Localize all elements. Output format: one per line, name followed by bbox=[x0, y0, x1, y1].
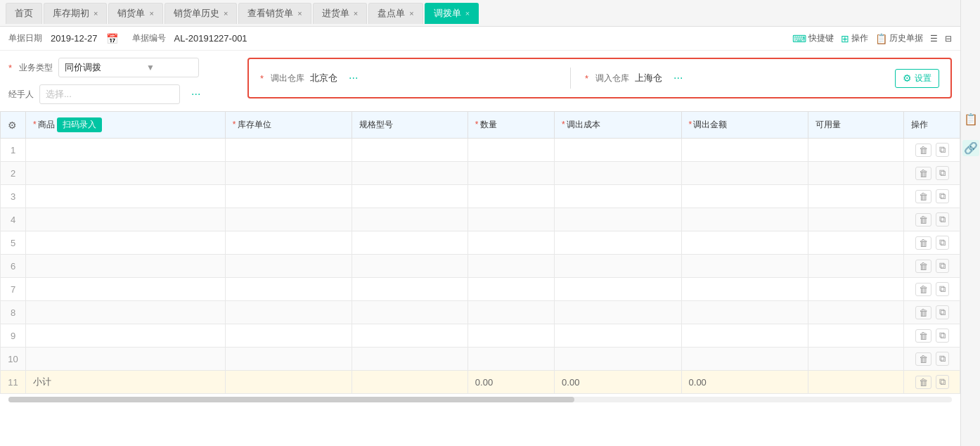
cell-spec[interactable] bbox=[352, 324, 468, 348]
cell-amount[interactable]: 0.00 bbox=[681, 371, 808, 394]
cell-product[interactable] bbox=[26, 255, 226, 278]
copy-row-button[interactable]: ⧉ bbox=[936, 352, 949, 366]
tab-stocktake[interactable]: 盘点单 × bbox=[368, 3, 423, 24]
cell-unit[interactable] bbox=[225, 278, 352, 301]
tab-inventory-init-close[interactable]: × bbox=[94, 9, 98, 18]
cell-cost[interactable] bbox=[555, 185, 681, 208]
cell-qty[interactable] bbox=[468, 208, 554, 231]
cell-spec[interactable] bbox=[352, 162, 468, 185]
delete-row-button[interactable]: 🗑 bbox=[915, 213, 931, 227]
cell-cost[interactable] bbox=[555, 278, 681, 301]
delete-row-button[interactable]: 🗑 bbox=[915, 306, 931, 319]
handler-more-btn[interactable]: ··· bbox=[191, 88, 200, 101]
delete-row-button[interactable]: 🗑 bbox=[915, 352, 931, 366]
cell-product[interactable] bbox=[26, 231, 226, 255]
cell-product[interactable] bbox=[26, 139, 226, 162]
cell-cost[interactable] bbox=[555, 255, 681, 278]
copy-row-button[interactable]: ⧉ bbox=[936, 166, 949, 180]
tab-home[interactable]: 首页 bbox=[6, 3, 42, 24]
cell-unit[interactable] bbox=[225, 348, 352, 371]
settings-button[interactable]: ⚙ 设置 bbox=[895, 69, 939, 88]
copy-row-button[interactable]: ⧉ bbox=[936, 189, 949, 203]
cell-qty[interactable] bbox=[468, 324, 554, 348]
dropdown-arrow-icon[interactable]: ▼ bbox=[146, 63, 155, 72]
cell-unit[interactable] bbox=[225, 231, 352, 255]
cell-available[interactable] bbox=[808, 348, 904, 371]
cell-qty[interactable] bbox=[468, 162, 554, 185]
delete-row-button[interactable]: 🗑 bbox=[915, 144, 931, 157]
history-btn[interactable]: 📋 历史单据 bbox=[875, 32, 923, 44]
cell-amount[interactable] bbox=[681, 231, 808, 255]
cell-amount[interactable] bbox=[681, 348, 808, 371]
tab-sales-order[interactable]: 销货单 × bbox=[108, 3, 162, 24]
cell-product[interactable] bbox=[26, 162, 226, 185]
copy-row-button[interactable]: ⧉ bbox=[936, 212, 949, 227]
cell-available[interactable] bbox=[808, 231, 904, 255]
cell-amount[interactable] bbox=[681, 324, 808, 348]
cell-product[interactable] bbox=[26, 185, 226, 208]
cell-available[interactable] bbox=[808, 185, 904, 208]
tab-sales-history-close[interactable]: × bbox=[224, 9, 228, 18]
cell-qty[interactable] bbox=[468, 139, 554, 162]
operations-btn[interactable]: ⊞ 操作 bbox=[841, 32, 868, 44]
delete-row-button[interactable]: 🗑 bbox=[915, 167, 931, 180]
cell-qty[interactable] bbox=[468, 278, 554, 301]
in-warehouse-value[interactable]: 上海仓 bbox=[635, 72, 662, 84]
delete-row-button[interactable]: 🗑 bbox=[915, 260, 931, 273]
sidebar-notes-icon[interactable]: 📋 bbox=[964, 113, 978, 126]
cell-spec[interactable] bbox=[352, 255, 468, 278]
cell-spec[interactable] bbox=[352, 231, 468, 255]
layout-btn1[interactable]: ☰ bbox=[930, 34, 938, 44]
cell-amount[interactable] bbox=[681, 255, 808, 278]
cell-unit[interactable] bbox=[225, 301, 352, 324]
cell-unit[interactable] bbox=[225, 255, 352, 278]
cell-available[interactable] bbox=[808, 162, 904, 185]
cell-product[interactable] bbox=[26, 301, 226, 324]
cell-spec[interactable] bbox=[352, 301, 468, 324]
cell-qty[interactable]: 0.00 bbox=[468, 371, 554, 394]
copy-row-button[interactable]: ⧉ bbox=[936, 329, 949, 343]
cell-qty[interactable] bbox=[468, 185, 554, 208]
copy-row-button[interactable]: ⧉ bbox=[936, 305, 949, 319]
handler-input[interactable]: 选择... bbox=[39, 84, 180, 104]
cell-qty[interactable] bbox=[468, 255, 554, 278]
cell-cost[interactable] bbox=[555, 231, 681, 255]
cell-available[interactable] bbox=[808, 371, 904, 394]
tab-view-sales-close[interactable]: × bbox=[297, 9, 302, 18]
cell-available[interactable] bbox=[808, 139, 904, 162]
cell-spec[interactable] bbox=[352, 348, 468, 371]
horizontal-scrollbar[interactable] bbox=[8, 397, 952, 402]
cell-qty[interactable] bbox=[468, 301, 554, 324]
cell-unit[interactable] bbox=[225, 324, 352, 348]
cell-amount[interactable] bbox=[681, 139, 808, 162]
cell-available[interactable] bbox=[808, 255, 904, 278]
tab-purchase-order-close[interactable]: × bbox=[354, 9, 358, 18]
cell-amount[interactable] bbox=[681, 162, 808, 185]
cell-available[interactable] bbox=[808, 278, 904, 301]
cell-cost[interactable] bbox=[555, 162, 681, 185]
cell-cost[interactable] bbox=[555, 139, 681, 162]
cell-unit[interactable] bbox=[225, 162, 352, 185]
cell-cost[interactable] bbox=[555, 208, 681, 231]
layout-btn2[interactable]: ⊟ bbox=[945, 34, 952, 44]
tab-sales-order-close[interactable]: × bbox=[149, 9, 153, 18]
cell-qty[interactable] bbox=[468, 231, 554, 255]
shortcuts-btn[interactable]: ⌨ 快捷键 bbox=[792, 32, 834, 44]
out-warehouse-more-btn[interactable]: ··· bbox=[349, 72, 358, 84]
cell-product[interactable] bbox=[26, 278, 226, 301]
cell-amount[interactable] bbox=[681, 185, 808, 208]
cell-amount[interactable] bbox=[681, 301, 808, 324]
delete-row-button[interactable]: 🗑 bbox=[915, 283, 931, 296]
tab-purchase-order[interactable]: 进货单 × bbox=[313, 3, 367, 24]
delete-row-button[interactable]: 🗑 bbox=[915, 329, 931, 343]
tab-inventory-init[interactable]: 库存期初 × bbox=[44, 3, 107, 24]
cell-product[interactable] bbox=[26, 324, 226, 348]
cell-available[interactable] bbox=[808, 301, 904, 324]
delete-row-button[interactable]: 🗑 bbox=[915, 190, 931, 203]
in-warehouse-more-btn[interactable]: ··· bbox=[673, 72, 683, 84]
cell-amount[interactable] bbox=[681, 208, 808, 231]
cell-qty[interactable] bbox=[468, 348, 554, 371]
tab-transfer[interactable]: 调拨单 × bbox=[425, 3, 479, 24]
date-value[interactable]: 2019-12-27 bbox=[51, 33, 98, 44]
cell-available[interactable] bbox=[808, 208, 904, 231]
